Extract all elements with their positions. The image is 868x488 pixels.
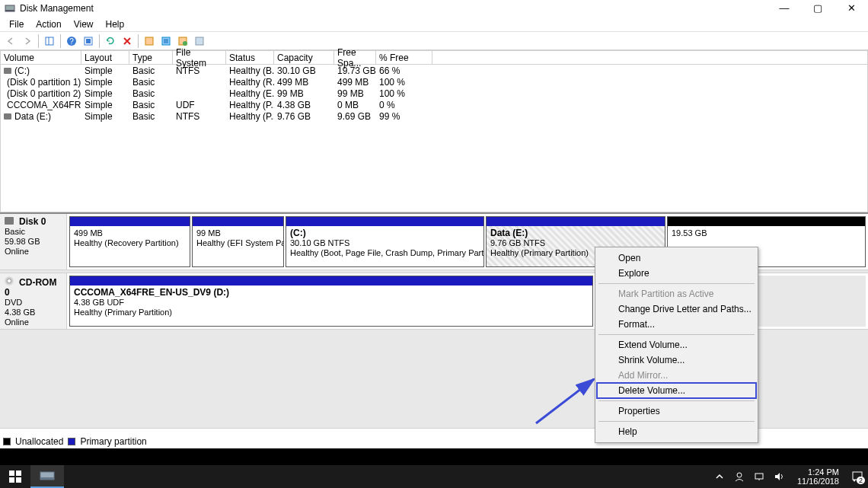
tray-network-icon[interactable] — [753, 470, 765, 483]
refresh-button[interactable] — [103, 33, 118, 49]
ctx-explore[interactable]: Explore — [597, 266, 756, 281]
svg-point-20 — [737, 473, 742, 477]
volume-row[interactable]: Data (E:)SimpleBasicNTFSHealthy (P...9.7… — [1, 110, 867, 122]
disk-mgmt-icon — [5, 3, 15, 14]
ctx-open[interactable]: Open — [597, 250, 756, 266]
close-button[interactable]: ✕ — [834, 0, 868, 17]
vol-type: Basic — [129, 77, 173, 88]
svg-rect-7 — [86, 39, 91, 43]
tray-people-icon[interactable] — [733, 470, 745, 483]
maximize-button[interactable]: ▢ — [801, 0, 834, 17]
delete-icon[interactable] — [120, 33, 135, 49]
volume-row[interactable]: (C:)SimpleBasicNTFSHealthy (B...30.10 GB… — [1, 65, 867, 76]
col-volume[interactable]: Volume — [1, 51, 81, 64]
ctx-change-letter[interactable]: Change Drive Letter and Paths... — [597, 301, 756, 317]
vol-layout: Simple — [81, 111, 129, 122]
vol-layout: Simple — [81, 100, 129, 110]
vol-free: 99 MB — [334, 88, 376, 99]
disk0-partition-efi[interactable]: 99 MB Healthy (EFI System Part — [192, 216, 284, 267]
start-button[interactable] — [0, 465, 30, 488]
menubar: File Action View Help — [0, 17, 868, 32]
taskbar-disk-mgmt[interactable] — [30, 465, 64, 488]
cdrom-partition[interactable]: CCCOMA_X64FRE_EN-US_DV9 (D:) 4.38 GB UDF… — [69, 276, 593, 327]
toolbar: ? — [0, 32, 868, 50]
action1-button[interactable] — [142, 33, 157, 49]
col-capacity[interactable]: Capacity — [274, 51, 334, 64]
svg-rect-15 — [16, 470, 21, 476]
vol-type: Basic — [129, 100, 173, 110]
vol-layout: Simple — [81, 88, 129, 99]
menu-help[interactable]: Help — [100, 18, 131, 31]
vol-status: Healthy (R... — [226, 77, 274, 88]
titlebar: Disk Management — ▢ ✕ — [0, 0, 868, 17]
menu-action[interactable]: Action — [30, 18, 67, 31]
action4-button[interactable] — [192, 33, 207, 49]
ctx-properties[interactable]: Properties — [597, 403, 756, 419]
action3-button[interactable] — [175, 33, 190, 49]
vol-status: Healthy (B... — [226, 65, 274, 76]
vol-cap: 99 MB — [274, 88, 334, 99]
tray-notifications-icon[interactable]: 2 — [851, 470, 863, 483]
vol-status: Healthy (P... — [226, 100, 274, 110]
disk0-state: Online — [5, 247, 29, 256]
vol-pct: 0 % — [376, 100, 432, 110]
context-menu: Open Explore Mark Partition as Active Ch… — [595, 247, 758, 443]
cdrom-label[interactable]: CD-ROM 0 DVD 4.38 GB Online — [0, 273, 67, 329]
taskbar-clock[interactable]: 1:24 PM 11/16/2018 — [793, 466, 844, 487]
disk0-partition-c[interactable]: (C:) 30.10 GB NTFS Healthy (Boot, Page F… — [286, 216, 484, 267]
vol-type: Basic — [129, 88, 173, 99]
disk0-type: Basic — [5, 227, 25, 236]
hdd-icon — [4, 68, 11, 74]
ctx-help[interactable]: Help — [597, 424, 756, 439]
svg-point-11 — [183, 41, 187, 46]
back-button[interactable] — [3, 33, 18, 49]
col-filesystem[interactable]: File System — [173, 51, 226, 64]
col-layout[interactable]: Layout — [81, 51, 129, 64]
col-pctfree[interactable]: % Free — [376, 51, 432, 64]
disk0-label[interactable]: Disk 0 Basic 59.98 GB Online — [0, 214, 67, 270]
help-button[interactable]: ? — [64, 33, 79, 49]
menu-view[interactable]: View — [68, 18, 100, 31]
volume-table: Volume Layout Type File System Status Ca… — [0, 50, 868, 212]
tray-chevron-icon[interactable] — [713, 470, 726, 483]
disk0-size: 59.98 GB — [5, 237, 40, 246]
vol-cap: 4.38 GB — [274, 100, 334, 110]
settings-button[interactable] — [81, 33, 96, 49]
col-status[interactable]: Status — [226, 51, 274, 64]
vol-cap: 499 MB — [274, 77, 334, 88]
forward-button[interactable] — [20, 33, 35, 49]
ctx-format[interactable]: Format... — [597, 317, 756, 332]
cd-icon — [5, 276, 14, 285]
volume-row[interactable]: (Disk 0 partition 1)SimpleBasicHealthy (… — [1, 76, 867, 88]
svg-rect-17 — [16, 477, 21, 483]
vol-pct: 99 % — [376, 111, 432, 122]
svg-rect-16 — [9, 477, 14, 483]
ctx-extend[interactable]: Extend Volume... — [597, 337, 756, 352]
volume-row[interactable]: (Disk 0 partition 2)SimpleBasicHealthy (… — [1, 88, 867, 99]
volume-table-header: Volume Layout Type File System Status Ca… — [1, 51, 867, 65]
vol-status: Healthy (P... — [226, 111, 274, 122]
action2-button[interactable] — [158, 33, 174, 49]
col-freespace[interactable]: Free Spa... — [334, 51, 376, 64]
col-type[interactable]: Type — [129, 51, 173, 64]
menu-file[interactable]: File — [3, 18, 30, 31]
clock-time: 1:24 PM — [797, 467, 839, 477]
disk0-partition-recovery[interactable]: 499 MB Healthy (Recovery Partition) — [69, 216, 190, 267]
minimize-button[interactable]: — — [767, 0, 801, 17]
clock-date: 11/16/2018 — [797, 477, 839, 486]
vol-name: (Disk 0 partition 2) — [7, 88, 81, 99]
ctx-add-mirror: Add Mirror... — [597, 368, 756, 383]
tray-volume-icon[interactable] — [773, 470, 785, 483]
vol-fs: NTFS — [173, 111, 226, 122]
volume-row[interactable]: CCCOMA_X64FRE...SimpleBasicUDFHealthy (P… — [1, 99, 867, 110]
black-strip — [0, 448, 868, 465]
vol-name: CCCOMA_X64FRE... — [7, 100, 81, 110]
hdd-icon — [4, 113, 11, 120]
cdrom-type: DVD — [5, 298, 22, 307]
vol-status: Healthy (E... — [226, 88, 274, 99]
cdrom-size: 4.38 GB — [5, 308, 35, 317]
show-hide-tree-button[interactable] — [42, 33, 57, 49]
ctx-delete-volume[interactable]: Delete Volume... — [597, 383, 756, 398]
ctx-shrink[interactable]: Shrink Volume... — [597, 352, 756, 368]
svg-rect-21 — [755, 474, 763, 479]
